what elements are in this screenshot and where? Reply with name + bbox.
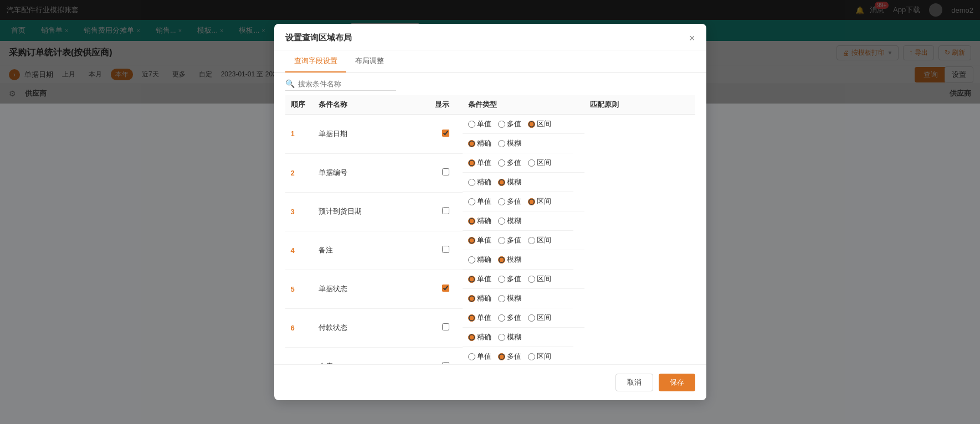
conditions-table: 顺序 条件名称 显示 条件类型 匹配原则 1单据日期单值多值区间精确模糊2单据编… <box>285 95 695 104</box>
search-input-wrap: 🔍 <box>285 79 396 91</box>
modal-title: 设置查询区域布局 <box>285 33 352 43</box>
search-input[interactable] <box>298 80 387 88</box>
modal-header: 设置查询区域布局 × <box>274 24 706 50</box>
col-header-order: 顺序 <box>285 95 313 104</box>
modal-overlay: 设置查询区域布局 × 查询字段设置 布局调整 🔍 顺序 <box>0 0 980 104</box>
modal-table-wrap: 顺序 条件名称 显示 条件类型 匹配原则 1单据日期单值多值区间精确模糊2单据编… <box>274 95 706 104</box>
modal-dialog: 设置查询区域布局 × 查询字段设置 布局调整 🔍 顺序 <box>274 24 706 104</box>
modal-tabs: 查询字段设置 布局调整 <box>274 50 706 73</box>
col-header-type: 条件类型 <box>463 95 584 104</box>
modal-close-button[interactable]: × <box>689 33 695 43</box>
col-header-show: 显示 <box>429 95 463 104</box>
tab-query-fields[interactable]: 查询字段设置 <box>285 50 346 73</box>
modal-search-area: 🔍 <box>274 73 706 95</box>
col-header-match: 匹配原则 <box>584 95 695 104</box>
table-header: 顺序 条件名称 显示 条件类型 匹配原则 <box>285 95 695 104</box>
search-icon: 🔍 <box>285 79 295 88</box>
col-header-name: 条件名称 <box>313 95 429 104</box>
tab-layout[interactable]: 布局调整 <box>346 50 393 73</box>
